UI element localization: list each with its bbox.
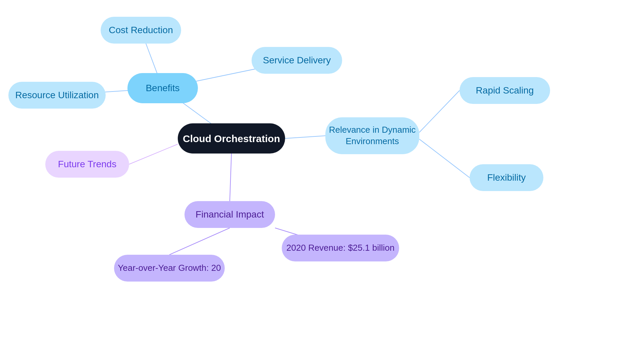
svg-line-6 — [419, 139, 470, 178]
future-trends-label: Future Trends — [58, 158, 116, 170]
revenue-node: 2020 Revenue: $25.1 billion — [282, 235, 399, 261]
resource-utilization-node: Resource Utilization — [8, 82, 106, 109]
cost-reduction-node: Cost Reduction — [101, 17, 181, 44]
benefits-node: Benefits — [127, 73, 198, 103]
center-node-label: Cloud Orchestration — [183, 132, 280, 145]
resource-util-label: Resource Utilization — [15, 89, 99, 101]
financial-impact-label: Financial Impact — [196, 208, 264, 221]
cost-reduction-label: Cost Reduction — [109, 24, 173, 36]
svg-line-8 — [230, 154, 231, 201]
relevance-node: Relevance in Dynamic Environments — [325, 117, 419, 154]
flexibility-node: Flexibility — [470, 164, 543, 191]
svg-line-5 — [419, 90, 460, 132]
financial-impact-node: Financial Impact — [184, 201, 275, 228]
relevance-label: Relevance in Dynamic Environments — [325, 124, 419, 147]
service-delivery-label: Service Delivery — [263, 54, 331, 66]
rapid-scaling-label: Rapid Scaling — [476, 84, 534, 97]
svg-line-7 — [129, 144, 178, 164]
rapid-scaling-node: Rapid Scaling — [460, 77, 550, 104]
svg-line-4 — [285, 136, 325, 138]
center-node: Cloud Orchestration — [178, 123, 285, 154]
future-trends-node: Future Trends — [45, 151, 129, 178]
svg-line-9 — [169, 228, 230, 255]
yoy-growth-label: Year-over-Year Growth: 20 — [118, 262, 221, 274]
revenue-label: 2020 Revenue: $25.1 billion — [286, 242, 394, 254]
flexibility-label: Flexibility — [487, 172, 526, 184]
benefits-node-label: Benefits — [146, 82, 179, 94]
yoy-growth-node: Year-over-Year Growth: 20 — [114, 255, 225, 282]
service-delivery-node: Service Delivery — [252, 47, 342, 74]
